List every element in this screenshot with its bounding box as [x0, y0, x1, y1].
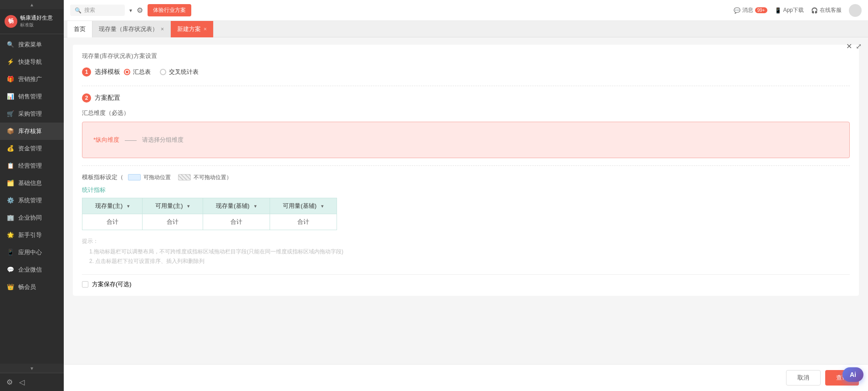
sidebar-item-finance[interactable]: 💰 资金管理: [0, 140, 64, 157]
message-action[interactable]: 💬 消息 99+: [734, 6, 767, 14]
app-download-action[interactable]: 📱 App下载: [775, 6, 804, 14]
newbie-icon: 🌟: [6, 231, 15, 239]
dimension-label: 汇总维度（必选）: [82, 109, 850, 117]
sidebar-item-enterprise[interactable]: 🏢 企业协同: [0, 209, 64, 226]
volume-icon[interactable]: ◁: [19, 378, 25, 386]
legend-movable-box: [128, 174, 141, 180]
cell-1-1: 合计: [82, 214, 143, 230]
step2-badge: 2: [82, 93, 91, 103]
headset-icon: 🎧: [811, 7, 818, 14]
col-header-4[interactable]: 可用量(基辅) ▾: [270, 198, 337, 214]
stats-label: 统计指标: [82, 186, 850, 194]
ai-fab-button[interactable]: Ai: [842, 367, 863, 382]
col-chevron-1[interactable]: ▾: [127, 203, 130, 209]
top-search[interactable]: 🔍 搜索: [70, 5, 125, 16]
sidebar-logo: 畅 畅康通好生意 标准版: [0, 9, 64, 34]
divider-1: [82, 86, 850, 86]
tab-new-scheme-label: 新建方案: [177, 25, 201, 33]
cell-1-4: 合计: [270, 214, 337, 230]
app-download-icon: 📱: [775, 7, 781, 14]
sidebar-item-quick-nav[interactable]: ⚡ 快捷导航: [0, 53, 64, 71]
expand-modal-icon[interactable]: ⤢: [856, 42, 862, 51]
step2-title: 方案配置: [95, 94, 120, 102]
stats-table: 现存量(主) ▾ 可用量(主) ▾ 现存量(基辅) ▾: [82, 198, 337, 230]
base-info-icon: 🗂️: [6, 179, 15, 187]
panel-title: 现存量(库存状况表)方案设置: [82, 52, 850, 60]
logo-text: 畅康通好生意 标准版: [20, 15, 53, 28]
gear-icon[interactable]: ⚙: [137, 6, 143, 15]
sidebar-scroll-up[interactable]: ▲: [0, 0, 64, 9]
online-service-action[interactable]: 🎧 在线客服: [811, 6, 842, 14]
sidebar-nav: 🔍 搜索菜单 ⚡ 快捷导航 🎁 营销推广 📊 销售管理 🛒 采购管理 📦 库存核…: [0, 34, 64, 364]
close-modal-icon[interactable]: ✕: [846, 42, 852, 51]
step1-section: 1 选择模板 汇总表 交叉统计表: [82, 67, 850, 77]
radio-cross[interactable]: 交叉统计表: [160, 68, 199, 76]
dimension-required: *纵向维度: [93, 136, 119, 144]
dimension-placeholder[interactable]: 请选择分组维度: [142, 136, 184, 144]
header-left: 🔍 搜索 ▾ ⚙ 体验行业方案: [70, 4, 191, 16]
modal-controls: ✕ ⤢: [846, 42, 862, 51]
tip-1: 1.拖动标题栏可以调整布局，不可跨维度或指标区域拖动栏目字段(只能在同一维度或指…: [82, 248, 850, 256]
save-checkbox[interactable]: [82, 281, 88, 288]
radio-cross-circle: [160, 69, 166, 75]
enterprise-icon: 🏢: [6, 214, 15, 222]
sidebar-item-purchase[interactable]: 🛒 采购管理: [0, 105, 64, 123]
col-chevron-4[interactable]: ▾: [321, 203, 324, 209]
trial-btn[interactable]: 体验行业方案: [148, 4, 191, 16]
content-area: ✕ ⤢ 现存量(库存状况表)方案设置 1 选择模板 汇总表: [64, 37, 868, 364]
col-header-2[interactable]: 可用量(主) ▾: [143, 198, 203, 214]
bottom-bar: 取消 查询: [64, 364, 868, 391]
table-row: 合计 合计 合计 合计: [82, 214, 337, 230]
quick-nav-icon: ⚡: [6, 58, 15, 66]
main-content: 🔍 搜索 ▾ ⚙ 体验行业方案 💬 消息 99+ 📱 App下载 🎧 在线客服: [64, 0, 868, 391]
tips-section: 提示： 1.拖动标题栏可以调整布局，不可跨维度或指标区域拖动栏目字段(只能在同一…: [82, 237, 850, 265]
tab-new-scheme-close[interactable]: ×: [204, 26, 207, 32]
sidebar-item-newbie[interactable]: 🌟 新手引导: [0, 226, 64, 244]
tips-title: 提示：: [82, 237, 850, 245]
sidebar-item-wechat[interactable]: 💬 企业微信: [0, 261, 64, 278]
sidebar-item-operations[interactable]: 📋 经营管理: [0, 157, 64, 175]
template-radio-group: 汇总表 交叉统计表: [124, 68, 199, 76]
scheme-panel: 现存量(库存状况表)方案设置 1 选择模板 汇总表 交叉统计表: [73, 45, 859, 296]
sidebar-item-base-info[interactable]: 🗂️ 基础信息: [0, 175, 64, 192]
tab-inventory-status[interactable]: 现存量（库存状况表） ×: [92, 21, 171, 37]
cell-1-2: 合计: [143, 214, 203, 230]
col-header-1[interactable]: 现存量(主) ▾: [82, 198, 143, 214]
top-header: 🔍 搜索 ▾ ⚙ 体验行业方案 💬 消息 99+ 📱 App下载 🎧 在线客服: [64, 0, 868, 21]
header-dropdown[interactable]: ▾: [129, 7, 132, 14]
sidebar-item-vip[interactable]: 👑 畅会员: [0, 278, 64, 296]
tab-inventory-close[interactable]: ×: [161, 26, 164, 32]
legend-fixed-box: [178, 174, 191, 180]
tab-inventory-label: 现存量（库存状况表）: [99, 25, 158, 33]
operations-icon: 📋: [6, 162, 15, 170]
radio-cross-label: 交叉统计表: [169, 68, 199, 76]
col-chevron-3[interactable]: ▾: [254, 203, 257, 209]
sidebar-item-inventory[interactable]: 📦 库存核算: [0, 123, 64, 140]
wechat-icon: 💬: [6, 266, 15, 274]
vip-icon: 👑: [6, 283, 15, 291]
search-menu-icon: 🔍: [6, 41, 15, 49]
inventory-icon: 📦: [6, 127, 15, 135]
dimension-dash: ——: [125, 137, 137, 144]
radio-summary-circle: [124, 69, 130, 75]
user-avatar[interactable]: [849, 4, 862, 17]
tab-new-scheme[interactable]: 新建方案 ×: [171, 21, 214, 37]
cancel-button[interactable]: 取消: [786, 370, 821, 386]
radio-summary[interactable]: 汇总表: [124, 68, 151, 76]
dimension-box: *纵向维度 —— 请选择分组维度: [82, 122, 850, 158]
tab-home[interactable]: 首页: [67, 21, 92, 37]
sidebar-item-marketing[interactable]: 🎁 营销推广: [0, 71, 64, 88]
col-header-3[interactable]: 现存量(基辅) ▾: [203, 198, 270, 214]
chevron-down-icon: ▾: [129, 7, 132, 14]
sidebar-item-sales[interactable]: 📊 销售管理: [0, 88, 64, 105]
sidebar-item-search-menu[interactable]: 🔍 搜索菜单: [0, 36, 64, 53]
sidebar-scroll-down[interactable]: ▼: [0, 364, 64, 373]
save-label: 方案保存(可选): [92, 280, 132, 288]
settings-icon[interactable]: ⚙: [6, 378, 13, 386]
sidebar-item-app-center[interactable]: 📱 应用中心: [0, 244, 64, 261]
message-label: 消息: [742, 6, 753, 14]
sidebar-item-system[interactable]: ⚙️ 系统管理: [0, 192, 64, 209]
tip-2: 2. 点击标题栏下拉可设置排序、插入列和删除列: [82, 257, 850, 265]
col-chevron-2[interactable]: ▾: [187, 203, 190, 209]
purchase-icon: 🛒: [6, 110, 15, 118]
